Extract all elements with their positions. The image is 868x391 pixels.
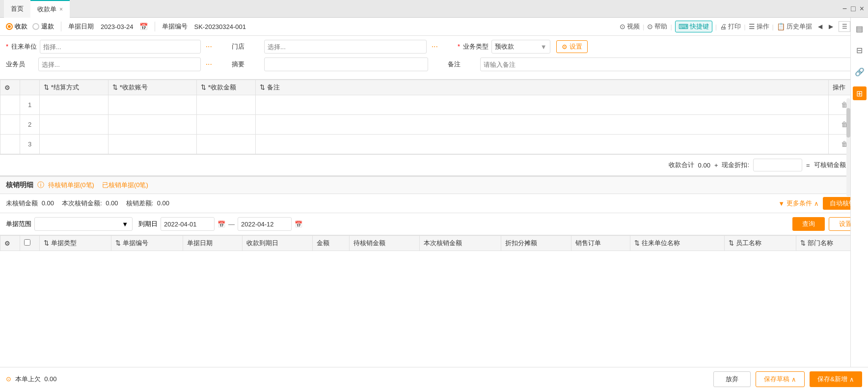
- bottom-bar: ⊙ 本单上欠 0.00 放弃 保存草稿 ∧ 保存&新增 ∧: [0, 367, 868, 391]
- nav-next[interactable]: ▶: [826, 22, 836, 31]
- view-list-btn[interactable]: ☰: [839, 21, 850, 32]
- total-value: 0.00: [698, 162, 710, 169]
- scrollbar[interactable]: [846, 98, 850, 196]
- row1-account[interactable]: [108, 95, 197, 115]
- number-value: SK-20230324-001: [194, 23, 246, 30]
- store-more-btn[interactable]: ···: [432, 42, 438, 51]
- row3-remark[interactable]: [256, 135, 829, 154]
- bt-col-docnum: ⇅ 单据编号: [111, 236, 183, 251]
- more-conditions-btn[interactable]: ▼ 更多条件 ∧: [778, 199, 819, 208]
- remark-input[interactable]: [480, 57, 862, 71]
- date-to-input[interactable]: [238, 217, 292, 231]
- verification-info-icon[interactable]: ⓘ: [37, 181, 44, 190]
- row1-remark[interactable]: [256, 95, 829, 115]
- unchecked-label: 未核销金额 0.00: [6, 199, 54, 208]
- staff-more-btn[interactable]: ···: [206, 60, 212, 69]
- bt-col-duedate: 收款到期日: [242, 236, 312, 251]
- bt-col-settings[interactable]: ⚙: [0, 236, 20, 251]
- calendar-from-icon[interactable]: 📅: [217, 221, 225, 228]
- row2-amount[interactable]: [197, 115, 256, 135]
- video-btn[interactable]: ⊙ 视频: [620, 22, 640, 31]
- top-toolbar: 收款 退款 单据日期 2023-03-24 📅 单据编号 SK-20230324…: [0, 18, 868, 36]
- help-btn[interactable]: ⊙ 帮助: [647, 22, 667, 31]
- staff-label: 业务员: [6, 60, 35, 69]
- docnum-sort-icon: ⇅: [115, 239, 121, 247]
- maximize-icon[interactable]: □: [851, 4, 856, 13]
- bt-col-pending: 待核销金额: [349, 236, 419, 251]
- tab-bar: 首页 收款单 × − □ ×: [0, 0, 868, 18]
- store-input[interactable]: [264, 40, 427, 54]
- business-type-select[interactable]: 预收款 ▼: [491, 40, 550, 54]
- save-draft-btn[interactable]: 保存草稿 ∧: [756, 371, 805, 387]
- print-label: 打印: [728, 22, 741, 31]
- print-btn[interactable]: 🖨 打印: [720, 22, 741, 31]
- shortcut-icon: ⌨: [678, 23, 688, 30]
- scrollbar-thumb[interactable]: [846, 108, 850, 138]
- diff-value: 0.00: [157, 199, 169, 207]
- history-btn[interactable]: 📋 历史单据: [777, 22, 812, 31]
- print-icon: 🖨: [720, 23, 727, 30]
- sidebar-list-icon[interactable]: ⊟: [853, 43, 867, 57]
- counterpart-more-btn[interactable]: ···: [206, 42, 212, 51]
- row2-remark[interactable]: [256, 115, 829, 135]
- nav-prev[interactable]: ◀: [815, 22, 825, 31]
- remark-label: 备注: [448, 60, 477, 69]
- col-payment-header: ⇅ *结算方式: [40, 80, 108, 95]
- bt-col-staff: ⇅ 员工名称: [724, 236, 796, 251]
- tab-receipt-label: 收款单: [37, 5, 56, 14]
- form-settings-btn[interactable]: ⚙ 设置: [556, 40, 588, 53]
- plus-sign: +: [714, 162, 718, 169]
- row1-payment[interactable]: [40, 95, 108, 115]
- bt-settings-icon: ⚙: [4, 240, 10, 247]
- col-settings-header[interactable]: ⚙: [0, 80, 20, 95]
- select-all-checkbox[interactable]: [24, 239, 30, 246]
- staff-field: 业务员 ···: [6, 57, 212, 71]
- account-sort-icon: ⇅: [112, 84, 118, 91]
- sidebar-table-icon[interactable]: ▤: [853, 22, 867, 35]
- pending-tab-link[interactable]: 待核销单据(0笔): [48, 181, 94, 190]
- close-icon[interactable]: ×: [860, 4, 864, 13]
- save-draft-label: 保存草稿: [764, 375, 789, 384]
- discount-input[interactable]: [753, 159, 802, 171]
- range-select[interactable]: ▼: [34, 217, 133, 231]
- save-new-btn[interactable]: 保存&新增 ∧: [810, 371, 862, 387]
- discard-btn[interactable]: 放弃: [713, 371, 751, 387]
- save-new-arrow: ∧: [849, 376, 854, 383]
- date-field: 到期日 📅 — 📅: [138, 217, 302, 231]
- row3-payment[interactable]: [40, 135, 108, 154]
- bottom-spacer: [0, 251, 868, 273]
- calendar-icon[interactable]: 📅: [139, 23, 148, 30]
- staff-input[interactable]: [38, 57, 201, 71]
- row3-account[interactable]: [108, 135, 197, 154]
- calendar-to-icon[interactable]: 📅: [295, 221, 302, 228]
- radio-refund[interactable]: 退款: [32, 22, 54, 31]
- counterpart-required: *: [6, 43, 8, 50]
- bt-col-docdate: 单据日期: [183, 236, 242, 251]
- summary-input[interactable]: [264, 57, 428, 71]
- number-label: 单据编号: [162, 22, 188, 31]
- remark-sort-icon: ⇅: [260, 84, 265, 91]
- row1-amount[interactable]: [197, 95, 256, 115]
- counterpart-input[interactable]: [40, 40, 201, 54]
- filter-row: 单据范围 ▼ 到期日 📅 — 📅 查询 设置: [0, 213, 868, 235]
- tab-receipt[interactable]: 收款单 ×: [30, 0, 70, 18]
- date-from-input[interactable]: [161, 217, 215, 231]
- tab-home[interactable]: 首页: [4, 0, 30, 18]
- row3-amount[interactable]: [197, 135, 256, 154]
- row2-account[interactable]: [108, 115, 197, 135]
- form-area: * 往来单位 ··· 门店 ··· * 业务类型 预收款 ▼: [0, 36, 868, 80]
- radio-receipt[interactable]: 收款: [6, 22, 27, 31]
- operations-btn[interactable]: ☰ 操作: [749, 22, 769, 31]
- col-account-header: ⇅ *收款账号: [108, 80, 197, 95]
- sidebar-link-icon[interactable]: 🔗: [853, 65, 867, 79]
- sidebar-expand-icon[interactable]: ⊞: [853, 86, 867, 100]
- minimize-icon[interactable]: −: [842, 4, 847, 13]
- business-type-label: * 业务类型: [458, 42, 488, 51]
- done-tab-link[interactable]: 已核销单据(0笔): [102, 181, 148, 190]
- tab-close-icon[interactable]: ×: [59, 6, 63, 13]
- row2-payment[interactable]: [40, 115, 108, 135]
- query-btn[interactable]: 查询: [792, 217, 825, 231]
- bt-col-doctype: ⇅ 单据类型: [40, 236, 111, 251]
- shortcut-btn[interactable]: ⌨ 快捷键: [675, 21, 712, 32]
- operations-icon: ☰: [749, 23, 755, 30]
